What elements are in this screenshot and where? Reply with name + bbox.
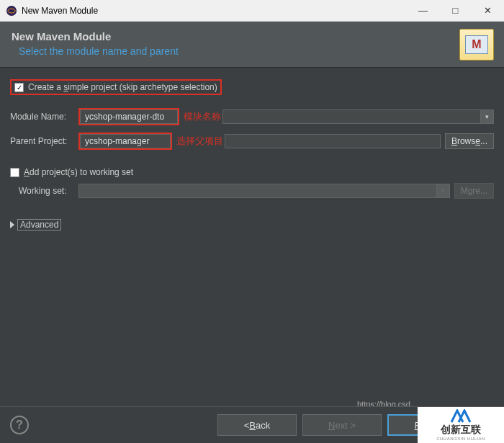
close-button[interactable]: ✕ bbox=[472, 0, 504, 21]
module-name-input-rest[interactable] bbox=[222, 109, 481, 124]
window-controls: — □ ✕ bbox=[407, 0, 504, 21]
title-bar: New Maven Module — □ ✕ bbox=[0, 0, 504, 22]
annotation-parent-text: 选择父项目 bbox=[176, 135, 223, 148]
annotation-module-name-text: 模块名称 bbox=[184, 110, 221, 123]
more-button: More... bbox=[454, 183, 494, 199]
window-title: New Maven Module bbox=[22, 6, 407, 16]
expand-icon bbox=[10, 221, 14, 228]
add-working-set-checkbox[interactable] bbox=[10, 168, 19, 177]
working-set-input bbox=[78, 184, 437, 198]
browse-button[interactable]: BBrowse...rowse... bbox=[445, 133, 494, 149]
add-working-set-label: Add project(s) to working set bbox=[24, 167, 133, 177]
advanced-label: Advanced bbox=[17, 219, 61, 231]
annotation-module-name-box bbox=[78, 108, 179, 125]
parent-project-row: Parent Project: 选择父项目 BBrowse...rowse... bbox=[10, 133, 494, 150]
watermark-icon bbox=[450, 409, 472, 424]
minimize-button[interactable]: — bbox=[407, 0, 439, 21]
maven-folder-icon: M bbox=[459, 29, 494, 61]
advanced-row[interactable]: Advanced bbox=[10, 219, 494, 231]
add-working-set-row: Add project(s) to working set bbox=[10, 167, 494, 177]
wizard-content: ✓ Create a simple project (skip archetyp… bbox=[0, 68, 504, 242]
simple-project-label: Create a simple project (skip archetype … bbox=[28, 82, 217, 92]
module-name-dropdown[interactable]: ▾ bbox=[481, 109, 494, 124]
next-button: Next > bbox=[302, 414, 382, 436]
help-button[interactable]: ? bbox=[10, 416, 29, 434]
back-button[interactable]: < Back bbox=[217, 414, 297, 436]
parent-project-input-rest[interactable] bbox=[225, 134, 441, 148]
maximize-button[interactable]: □ bbox=[439, 0, 472, 21]
module-name-row: Module Name: 模块名称 ▾ bbox=[10, 108, 494, 125]
wizard-subtitle: Select the module name and parent bbox=[12, 45, 492, 57]
simple-project-checkbox[interactable]: ✓ bbox=[14, 83, 24, 92]
wizard-header: New Maven Module Select the module name … bbox=[0, 22, 504, 68]
parent-project-label: Parent Project: bbox=[10, 136, 78, 146]
annotation-simple-project: ✓ Create a simple project (skip archetyp… bbox=[10, 79, 222, 95]
working-set-dropdown: ▾ bbox=[437, 184, 450, 198]
module-name-label: Module Name: bbox=[10, 112, 78, 122]
working-set-label: Working set: bbox=[19, 186, 78, 196]
annotation-parent-box bbox=[78, 133, 172, 150]
parent-project-input[interactable] bbox=[80, 134, 171, 148]
module-name-input[interactable] bbox=[80, 109, 178, 124]
eclipse-icon bbox=[6, 5, 17, 17]
watermark-logo: 创新互联 CHUANGXIN HULIAN bbox=[418, 407, 504, 443]
wizard-title: New Maven Module bbox=[12, 30, 492, 42]
working-set-row: Working set: ▾ More... bbox=[10, 183, 494, 199]
